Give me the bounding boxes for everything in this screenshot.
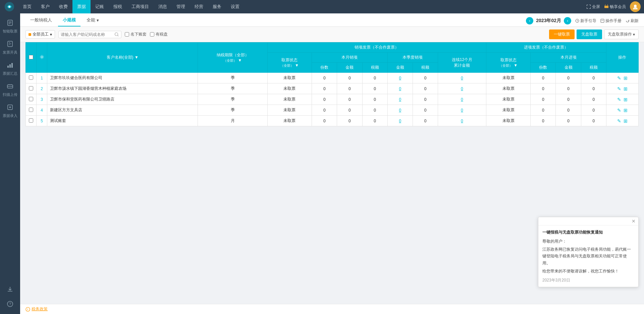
tab-general-taxpayer[interactable]: 一般纳税人 <box>25 14 57 26</box>
sidebar-label-scan: 扫描上传 <box>3 92 17 97</box>
no-disk-ticket-op-btn[interactable]: 无盘取票操作 ▾ <box>604 29 639 39</box>
row-sales-month-amount: 0 <box>337 116 362 126</box>
search-icon[interactable] <box>114 32 119 37</box>
row-purchase-status: 未取票 <box>486 94 530 105</box>
tab-small-scale[interactable]: 小规模 <box>58 14 80 26</box>
nav-operation[interactable]: 经营 <box>190 0 208 13</box>
search-box <box>58 31 121 38</box>
row-purchase-status: 未取票 <box>486 105 530 116</box>
has-tax-disk-checkbox[interactable] <box>150 32 154 37</box>
new-user-guide-btn[interactable]: ? 新手引导 <box>575 18 596 24</box>
nav-fee[interactable]: 收费 <box>54 0 72 13</box>
nav-tax[interactable]: 报税 <box>109 0 127 13</box>
sidebar-item-entry[interactable]: 票据录入 <box>1 101 19 121</box>
row-more-icon[interactable]: ⊞ <box>624 97 628 102</box>
row-no: 5 <box>37 116 47 126</box>
row-sales-quarter-amount[interactable]: 0 <box>387 105 413 116</box>
own-account-checkbox[interactable] <box>125 32 129 37</box>
nav-invoice[interactable]: 票据 <box>72 0 91 13</box>
row-sales-month-shares: 0 <box>312 73 337 83</box>
row-more-icon[interactable]: ⊞ <box>624 86 628 91</box>
nav-bookkeeping[interactable]: 记账 <box>91 0 109 13</box>
nav-manage[interactable]: 管理 <box>172 0 190 13</box>
no-disk-ticket-btn[interactable]: 无盘取票 <box>577 29 602 39</box>
nav-home[interactable]: 首页 <box>18 0 36 13</box>
one-key-ticket-btn[interactable]: 一键取票 <box>549 29 575 39</box>
row-actions: ✎ ⊞ <box>606 94 638 105</box>
sidebar-item-scan[interactable]: 扫描上传 <box>1 80 19 100</box>
row-actions: ✎ ⊞ <box>606 73 638 83</box>
row-purchase-month-amount: 0 <box>556 83 581 94</box>
row-sales-quarter-amount[interactable]: 0 <box>387 73 413 83</box>
nav-customer[interactable]: 客户 <box>36 0 54 13</box>
sidebar-help-icon[interactable]: ? <box>3 297 17 311</box>
next-month-btn[interactable]: › <box>564 17 571 24</box>
tax-policy-link[interactable]: 税务政策 <box>32 306 48 312</box>
row-sales-quarter-amount[interactable]: 0 <box>387 83 413 94</box>
row-edit-icon[interactable]: ✎ <box>617 86 621 91</box>
row-checkbox[interactable] <box>26 105 37 116</box>
row-purchase-month-tax: 0 <box>581 94 606 105</box>
row-sales-month-amount: 0 <box>337 73 362 83</box>
th-sales-quarter: 本季度销项 <box>387 53 438 63</box>
th-purchase-month-amount: 金额 <box>556 63 581 73</box>
nav-message[interactable]: 消息 <box>154 0 172 13</box>
row-sales-12month[interactable]: 0 <box>438 73 486 83</box>
sidebar-item-issue-invoice[interactable]: 发票开具 <box>1 38 19 58</box>
prev-month-btn[interactable]: ‹ <box>526 17 533 24</box>
row-checkbox[interactable] <box>26 73 37 83</box>
nav-business[interactable]: 工商项目 <box>127 0 154 13</box>
svg-rect-8 <box>8 41 12 47</box>
user-avatar[interactable] <box>630 1 641 12</box>
notif-close-btn[interactable]: ✕ <box>632 218 636 224</box>
row-checkbox[interactable] <box>26 116 37 126</box>
row-sales-quarter-tax: 0 <box>413 116 438 126</box>
th-sales-month: 本月销项 <box>312 53 388 63</box>
has-tax-disk-filter[interactable]: 有税盘 <box>150 32 168 37</box>
row-sales-quarter-amount[interactable]: 0 <box>387 116 413 126</box>
tab-all[interactable]: 全能 ▾ <box>82 14 104 26</box>
row-more-icon[interactable]: ⊞ <box>624 118 628 124</box>
row-edit-icon[interactable]: ✎ <box>617 118 621 124</box>
top-nav: 首页 客户 收费 票据 记账 报税 工商项目 消息 管理 经营 服务 设置 全屏… <box>0 0 644 13</box>
row-purchase-status: 未取票 <box>486 116 530 126</box>
row-sales-12month[interactable]: 0 <box>438 116 486 126</box>
table-row: 2 卫辉市汲水镇下园湖香烟营木种植家庭农场 季 未取票 0 0 0 0 0 0 … <box>26 83 639 94</box>
search-input[interactable] <box>61 32 114 37</box>
select-all-checkbox[interactable] <box>29 55 33 59</box>
row-edit-icon[interactable]: ✎ <box>617 108 621 113</box>
row-sales-12month[interactable]: 0 <box>438 83 486 94</box>
fullscreen-btn[interactable]: 全屏 <box>586 4 600 10</box>
employee-filter[interactable]: 全部员工 ▾ <box>25 30 55 39</box>
sidebar-item-smart-ticket[interactable]: 智能取票 <box>1 17 19 37</box>
row-sales-month-amount: 0 <box>337 83 362 94</box>
row-checkbox[interactable] <box>26 94 37 105</box>
refresh-btn[interactable]: 刷新 <box>626 18 639 24</box>
row-purchase-month-shares: 0 <box>531 105 556 116</box>
row-sales-month-shares: 0 <box>312 94 337 105</box>
logo[interactable] <box>3 1 15 13</box>
th-purchase-status: 取票状态（全部） ▼ <box>486 53 530 73</box>
row-no: 4 <box>37 105 47 116</box>
operation-manual-btn[interactable]: 操作手册 <box>600 18 622 24</box>
tab-all-label: 全能 <box>87 17 95 23</box>
row-sales-12month[interactable]: 0 <box>438 105 486 116</box>
row-sales-month-tax: 0 <box>362 105 387 116</box>
notif-header: ✕ <box>538 217 638 226</box>
row-sales-month-tax: 0 <box>362 73 387 83</box>
row-name: 卫辉市汲水镇下园湖香烟营木种植家庭农场 <box>47 83 198 94</box>
row-more-icon[interactable]: ⊞ <box>624 108 628 113</box>
row-checkbox[interactable] <box>26 83 37 94</box>
row-more-icon[interactable]: ⊞ <box>624 75 628 81</box>
sidebar-download-icon[interactable] <box>3 282 17 296</box>
member-btn[interactable]: 畅享会员 <box>604 4 626 10</box>
own-account-filter[interactable]: 名下账套 <box>125 32 147 37</box>
nav-settings[interactable]: 设置 <box>226 0 244 13</box>
settings-icon[interactable] <box>40 55 44 59</box>
row-edit-icon[interactable]: ✎ <box>617 97 621 102</box>
row-sales-12month[interactable]: 0 <box>438 94 486 105</box>
nav-service[interactable]: 服务 <box>208 0 226 13</box>
sidebar-item-summary[interactable]: 票据汇总 <box>1 59 19 79</box>
row-edit-icon[interactable]: ✎ <box>617 75 621 81</box>
row-sales-quarter-amount[interactable]: 0 <box>387 94 413 105</box>
